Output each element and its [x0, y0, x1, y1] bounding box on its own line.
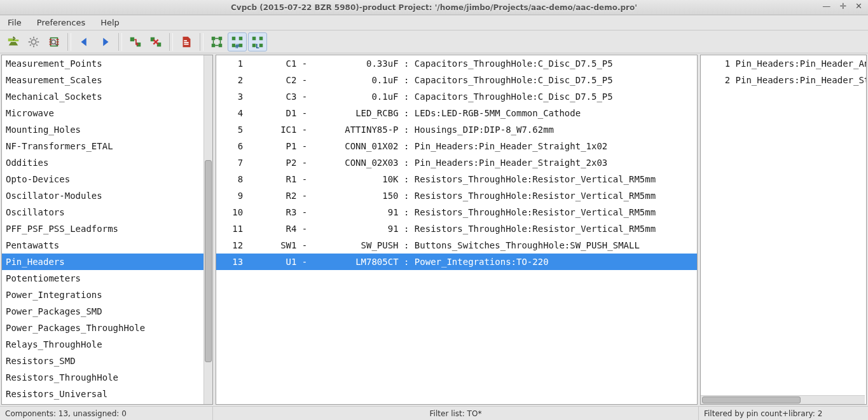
svg-rect-15: [219, 36, 223, 40]
footprint-list-pane: 1Pin_Headers:Pin_Header_Angled2Pin_Heade…: [700, 55, 867, 405]
library-item[interactable]: Opto-Devices: [2, 171, 203, 187]
window-titlebar: Cvpcb (2015-07-22 BZR 5980)-product Proj…: [0, 0, 868, 15]
component-row[interactable]: 9R2-150:Resistors_ThroughHole:Resistor_V…: [216, 187, 697, 204]
component-row[interactable]: 4D1-LED_RCBG:LEDs:LED-RGB-5MM_Common_Cat…: [216, 105, 697, 121]
view-footprint-button[interactable]: [45, 32, 64, 51]
component-footprint: Resistors_ThroughHole:Resistor_Vertical_…: [415, 189, 656, 203]
library-item[interactable]: PFF_PSF_PSS_Leadforms: [2, 220, 203, 237]
status-filtered-count: Filtered by pin count+library: 2: [699, 407, 868, 420]
library-item[interactable]: Oscillators: [2, 204, 203, 220]
toolbar-separator: [200, 33, 203, 51]
delete-associations-button[interactable]: [146, 32, 165, 51]
footprint-list[interactable]: 1Pin_Headers:Pin_Header_Angled2Pin_Heade…: [701, 55, 866, 395]
library-item[interactable]: Measurement_Points: [2, 55, 203, 72]
preferences-button[interactable]: [24, 32, 43, 51]
component-row[interactable]: 1C1-0.33uF:Capacitors_ThroughHole:C_Disc…: [216, 55, 697, 72]
component-index: 3: [216, 90, 243, 104]
library-item[interactable]: Pin_Headers: [2, 254, 203, 270]
close-icon[interactable]: ✕: [853, 1, 864, 11]
menu-file[interactable]: File: [4, 17, 25, 29]
svg-rect-17: [219, 43, 223, 47]
component-footprint: Housings_DIP:DIP-8_W7.62mm: [415, 123, 554, 137]
menu-bar: File Preferences Help: [0, 15, 868, 30]
menu-preferences[interactable]: Preferences: [33, 17, 89, 29]
component-ref: IC1: [243, 123, 296, 137]
library-item[interactable]: Resistors_ThroughHole: [2, 369, 203, 386]
window-controls: — ✛ ✕: [820, 1, 864, 11]
library-list[interactable]: Measurement_PointsMeasurement_ScalesMech…: [2, 55, 203, 404]
svg-text:L: L: [256, 43, 259, 49]
library-item[interactable]: Power_Integrations: [2, 287, 203, 303]
filter-keywords-button[interactable]: [207, 32, 226, 51]
next-unassigned-button[interactable]: [95, 32, 114, 51]
library-item[interactable]: Oddities: [2, 154, 203, 171]
component-footprint: Pin_Headers:Pin_Header_Straight_2x03: [415, 156, 607, 170]
library-item[interactable]: SMD_Packages: [2, 402, 203, 404]
footprint-item[interactable]: 1Pin_Headers:Pin_Header_Angled: [701, 55, 866, 72]
svg-rect-16: [212, 43, 216, 47]
library-item[interactable]: Mechanical_Sockets: [2, 88, 203, 105]
component-ref: SW1: [243, 238, 296, 252]
library-item[interactable]: Power_Packages_ThroughHole: [2, 320, 203, 336]
component-index: 7: [216, 156, 243, 170]
library-scrollbar[interactable]: [203, 55, 212, 404]
filter-pin-count-icon: #: [230, 35, 244, 49]
minimize-icon[interactable]: —: [820, 1, 832, 11]
component-row[interactable]: 5IC1-ATTINY85-P:Housings_DIP:DIP-8_W7.62…: [216, 121, 697, 138]
component-value: 0.33uF: [313, 57, 399, 71]
library-item[interactable]: Potentiometers: [2, 270, 203, 287]
component-row[interactable]: 13U1-LM7805CT:Power_Integrations:TO-220: [216, 254, 697, 270]
component-ref: U1: [243, 255, 296, 269]
library-item[interactable]: Mounting_Holes: [2, 121, 203, 138]
library-item[interactable]: Pentawatts: [2, 237, 203, 254]
component-row[interactable]: 6P1-CONN_01X02:Pin_Headers:Pin_Header_St…: [216, 138, 697, 154]
menu-help[interactable]: Help: [97, 17, 123, 29]
footprint-h-scrollbar[interactable]: [701, 395, 865, 404]
filter-library-button[interactable]: L: [248, 32, 267, 51]
auto-associate-button[interactable]: [126, 32, 145, 51]
component-footprint: Pin_Headers:Pin_Header_Straight_1x02: [415, 139, 607, 153]
component-row[interactable]: 8R1-10K:Resistors_ThroughHole:Resistor_V…: [216, 171, 697, 187]
documentation-button[interactable]: [177, 32, 196, 51]
component-list[interactable]: 1C1-0.33uF:Capacitors_ThroughHole:C_Disc…: [216, 55, 697, 270]
component-value: 91: [313, 205, 399, 219]
svg-rect-19: [239, 36, 243, 40]
component-value: 91: [313, 222, 399, 236]
svg-rect-26: [259, 43, 263, 47]
svg-rect-4: [50, 43, 52, 44]
component-ref: P2: [243, 156, 296, 170]
component-ref: R1: [243, 172, 296, 186]
library-item[interactable]: Measurement_Scales: [2, 72, 203, 88]
save-icon: [6, 35, 20, 49]
library-item[interactable]: Resistors_SMD: [2, 353, 203, 369]
footprint-item[interactable]: 2Pin_Headers:Pin_Header_Straig: [701, 72, 866, 88]
component-row[interactable]: 3C3-0.1uF:Capacitors_ThroughHole:C_Disc_…: [216, 88, 697, 105]
library-item[interactable]: NF-Transformers_ETAL: [2, 138, 203, 154]
maximize-icon[interactable]: ✛: [837, 1, 848, 11]
component-row[interactable]: 7P2-CONN_02X03:Pin_Headers:Pin_Header_St…: [216, 154, 697, 171]
component-value: 0.1uF: [313, 73, 399, 87]
svg-point-8: [52, 39, 55, 43]
library-item[interactable]: Oscillator-Modules: [2, 187, 203, 204]
library-item[interactable]: Resistors_Universal: [2, 386, 203, 402]
component-row[interactable]: 10R3-91:Resistors_ThroughHole:Resistor_V…: [216, 204, 697, 220]
component-ref: C3: [243, 90, 296, 104]
save-button[interactable]: [4, 32, 23, 51]
library-item[interactable]: Relays_ThroughHole: [2, 336, 203, 353]
component-row[interactable]: 11R4-91:Resistors_ThroughHole:Resistor_V…: [216, 220, 697, 237]
svg-rect-10: [130, 37, 134, 41]
prev-unassigned-button[interactable]: [75, 32, 94, 51]
library-item[interactable]: Microwave: [2, 105, 203, 121]
filter-keywords-icon: [210, 35, 224, 49]
component-row[interactable]: 2C2-0.1uF:Capacitors_ThroughHole:C_Disc_…: [216, 72, 697, 88]
library-item[interactable]: Power_Packages_SMD: [2, 303, 203, 320]
toolbar-separator: [169, 33, 173, 51]
filter-pin-count-button[interactable]: #: [228, 32, 247, 51]
component-value: 150: [313, 189, 399, 203]
window-title: Cvpcb (2015-07-22 BZR 5980)-product Proj…: [231, 3, 637, 12]
component-index: 5: [216, 123, 243, 137]
component-row[interactable]: 12SW1-SW_PUSH:Buttons_Switches_ThroughHo…: [216, 237, 697, 254]
pdf-icon: [179, 35, 193, 49]
component-footprint: Capacitors_ThroughHole:C_Disc_D7.5_P5: [415, 57, 613, 71]
component-footprint: Buttons_Switches_ThroughHole:SW_PUSH_SMA…: [415, 238, 640, 252]
